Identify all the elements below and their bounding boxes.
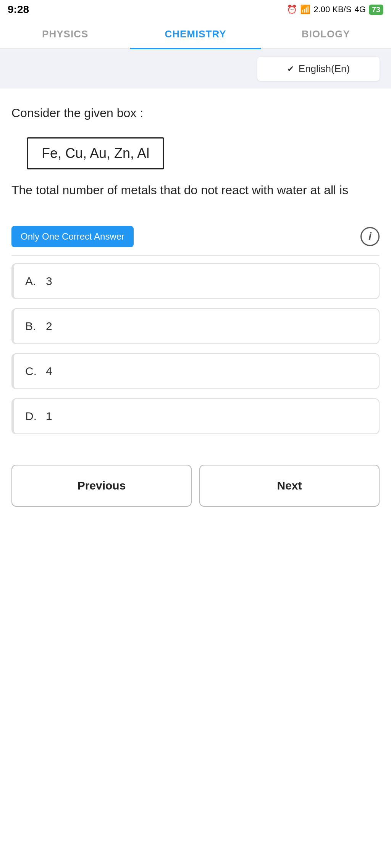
element-box: Fe, Cu, Au, Zn, Al (27, 137, 164, 169)
chevron-down-icon: ✔ (287, 64, 294, 74)
question-intro: Consider the given box : (11, 104, 380, 122)
option-c[interactable]: C. 4 (11, 353, 380, 389)
option-d-label: D. (25, 410, 37, 423)
question-body: The total number of metals that do not r… (11, 181, 380, 199)
status-time: 9:28 (8, 3, 29, 16)
lte-icon: 4G (354, 5, 365, 14)
option-c-value: 4 (46, 365, 52, 378)
option-c-label: C. (25, 365, 37, 378)
option-a[interactable]: A. 3 (11, 263, 380, 299)
tab-physics[interactable]: PHYSICS (0, 19, 130, 48)
tab-biology[interactable]: BIOLOGY (261, 19, 391, 48)
option-a-label: A. (25, 275, 37, 288)
previous-button[interactable]: Previous (11, 465, 192, 507)
language-section: ✔ English(En) (0, 49, 391, 89)
option-d[interactable]: D. 1 (11, 398, 380, 434)
answer-type-badge: Only One Correct Answer (11, 226, 134, 247)
status-bar: 9:28 ⏰ 📶 2.00 KB/S 4G 73 (0, 0, 391, 19)
language-dropdown[interactable]: ✔ English(En) (257, 57, 380, 81)
option-a-value: 3 (46, 275, 52, 288)
option-b-value: 2 (46, 320, 52, 333)
speed-text: 2.00 KB/S (313, 5, 351, 14)
nav-buttons: Previous Next (0, 449, 391, 522)
tab-chemistry[interactable]: CHEMISTRY (130, 19, 260, 49)
signal-icon: 📶 (300, 5, 310, 14)
answer-type-row: Only One Correct Answer i (0, 222, 391, 255)
battery-level: 73 (369, 5, 383, 15)
options-container: A. 3 B. 2 C. 4 D. 1 (0, 256, 391, 442)
status-icons: ⏰ 📶 2.00 KB/S 4G 73 (287, 5, 383, 15)
info-icon[interactable]: i (360, 227, 380, 246)
question-area: Consider the given box : Fe, Cu, Au, Zn,… (0, 89, 391, 222)
next-button[interactable]: Next (199, 465, 380, 507)
option-b-label: B. (25, 320, 37, 333)
option-b[interactable]: B. 2 (11, 308, 380, 344)
clock-icon: ⏰ (287, 5, 297, 14)
language-label: English(En) (299, 63, 350, 75)
option-d-value: 1 (46, 410, 52, 423)
tab-bar: PHYSICS CHEMISTRY BIOLOGY (0, 19, 391, 49)
